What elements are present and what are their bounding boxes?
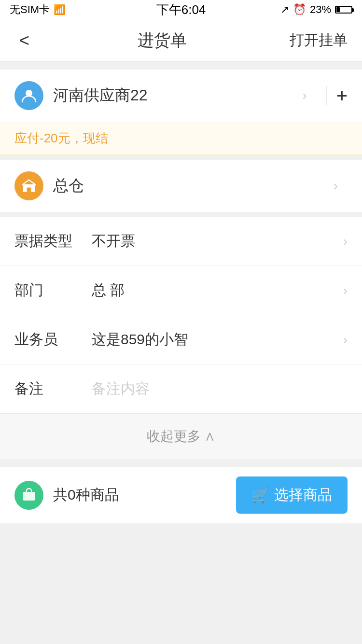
status-bar: 无SIM卡 📶 下午6:04 ↗ ⏰ 23%: [0, 0, 362, 19]
remark-label: 备注: [14, 379, 82, 399]
select-product-label: 选择商品: [274, 485, 332, 505]
open-pending-button[interactable]: 打开挂单: [290, 30, 348, 50]
warehouse-chevron-icon: ›: [334, 178, 338, 194]
notice-banner: 应付-20元，现结: [0, 122, 362, 155]
select-product-icon: 🛒: [251, 487, 269, 504]
department-chevron-icon: ›: [343, 283, 348, 298]
invoice-type-row[interactable]: 票据类型 不开票 ›: [0, 217, 362, 266]
battery-indicator: [335, 6, 352, 14]
invoice-type-chevron-icon: ›: [343, 234, 348, 249]
battery-text: 23%: [310, 3, 331, 16]
department-label: 部门: [14, 280, 82, 300]
department-row[interactable]: 部门 总 部 ›: [0, 266, 362, 315]
location-icon: ↗: [280, 3, 289, 16]
warehouse-name: 总仓: [53, 175, 334, 196]
product-count-label: 共0种商品: [53, 485, 236, 505]
select-product-button[interactable]: 🛒 选择商品: [236, 476, 348, 514]
vertical-divider: [326, 86, 327, 105]
salesperson-label: 业务员: [14, 330, 82, 350]
salesperson-chevron-icon: ›: [343, 332, 348, 348]
supplier-row[interactable]: 河南供应商22 › +: [0, 70, 362, 122]
back-button[interactable]: <: [14, 26, 34, 56]
wifi-icon: 📶: [54, 4, 66, 15]
remark-row[interactable]: 备注 备注内容: [0, 364, 362, 413]
product-icon: [14, 481, 43, 510]
svg-rect-3: [23, 491, 35, 500]
salesperson-row[interactable]: 业务员 这是859的小智 ›: [0, 315, 362, 364]
supplier-section: 河南供应商22 › + 应付-20元，现结: [0, 70, 362, 155]
warehouse-icon: [14, 171, 43, 200]
salesperson-value: 这是859的小智: [82, 330, 338, 350]
svg-rect-2: [27, 188, 31, 192]
warehouse-row[interactable]: 总仓 ›: [0, 155, 362, 212]
form-section: 票据类型 不开票 › 部门 总 部 › 业务员 这是859的小智 › 备注 备注…: [0, 212, 362, 413]
remark-input[interactable]: 备注内容: [82, 379, 348, 399]
carrier-text: 无SIM卡: [10, 2, 50, 17]
supplier-avatar: [14, 81, 43, 110]
supplier-name: 河南供应商22: [53, 85, 302, 106]
collapse-label: 收起更多 ∧: [147, 427, 216, 446]
collapse-button[interactable]: 收起更多 ∧: [0, 413, 362, 459]
time-display: 下午6:04: [156, 2, 206, 17]
top-divider: [0, 62, 362, 70]
invoice-type-label: 票据类型: [14, 231, 82, 251]
nav-bar: < 进货单 打开挂单: [0, 19, 362, 62]
alarm-icon: ⏰: [293, 3, 306, 16]
add-supplier-button[interactable]: +: [336, 85, 348, 107]
department-value: 总 部: [82, 280, 338, 300]
product-section: 共0种商品 🛒 选择商品: [0, 467, 362, 523]
supplier-chevron-icon: ›: [302, 88, 306, 103]
background-fill: [0, 523, 362, 644]
invoice-type-value: 不开票: [82, 231, 338, 251]
page-title: 进货单: [138, 29, 187, 52]
